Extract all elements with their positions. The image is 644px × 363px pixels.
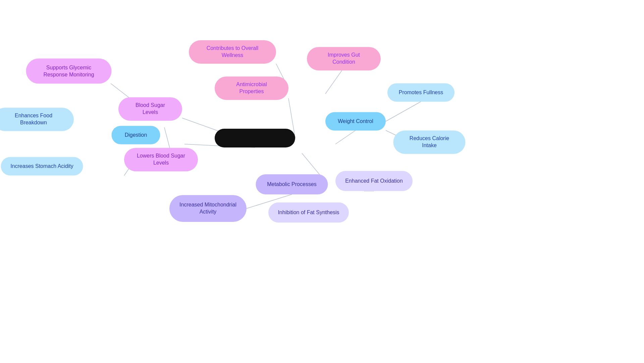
overall-wellness-node[interactable]: Contributes to Overall Wellness (189, 40, 276, 64)
blood-sugar-levels-node[interactable]: Blood Sugar Levels (118, 97, 182, 121)
increased-mito-node[interactable]: Increased Mitochondrial Activity (169, 195, 247, 222)
supports-glycemic-node[interactable]: Supports Glycemic Response Monitoring (26, 59, 112, 84)
svg-line-9 (335, 130, 356, 144)
weight-control-node[interactable]: Weight Control (325, 112, 386, 131)
promotes-fullness-node[interactable]: Promotes Fullness (387, 83, 454, 102)
increases-stomach-node[interactable]: Increases Stomach Acidity (1, 157, 83, 176)
svg-line-2 (325, 68, 344, 94)
antimicrobial-node[interactable]: Antimicrobial Properties (215, 76, 288, 100)
lowers-blood-sugar-node[interactable]: Lowers Blood Sugar Levels (124, 148, 198, 171)
enhanced-fat-oxidation-node[interactable]: Enhanced Fat Oxidation (335, 171, 413, 191)
metabolic-processes-node[interactable]: Metabolic Processes (256, 174, 328, 194)
inhibition-fat-node[interactable]: Inhibition of Fat Synthesis (268, 202, 349, 223)
center-node[interactable] (215, 129, 295, 147)
digestion-node[interactable]: Digestion (112, 126, 160, 144)
improves-gut-node[interactable]: Improves Gut Condition (307, 47, 381, 70)
svg-line-10 (386, 102, 421, 121)
reduces-calorie-node[interactable]: Reduces Calorie Intake (393, 130, 466, 154)
enhances-food-node[interactable]: Enhances Food Breakdown (0, 108, 74, 131)
